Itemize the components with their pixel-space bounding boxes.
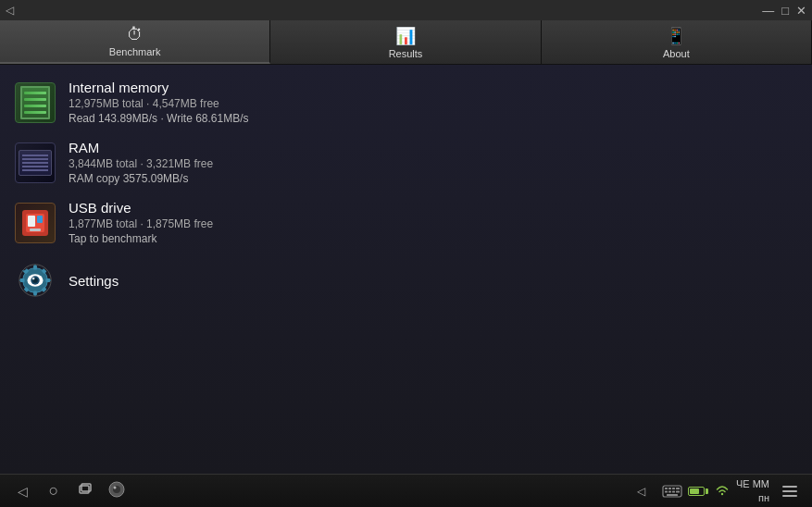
svg-rect-4 (30, 229, 41, 231)
taskbar-right: ◁ (627, 476, 805, 506)
taskbar-recent-button[interactable] (70, 476, 100, 506)
svg-point-18 (32, 278, 35, 280)
app-icon (108, 481, 125, 501)
svg-rect-30 (668, 490, 671, 492)
list-item-settings[interactable]: Settings (0, 253, 812, 308)
about-tab-label: About (663, 48, 690, 59)
taskbar-time-line1: ЧЕ ММ (736, 477, 769, 490)
title-bar-left: ◁ (6, 4, 14, 17)
benchmark-tab-label: Benchmark (109, 46, 161, 57)
internal-memory-title: Internal memory (69, 80, 249, 95)
restore-button[interactable]: □ (781, 5, 789, 17)
svg-rect-35 (782, 486, 797, 488)
volume-down-button[interactable]: ◁ (627, 476, 656, 506)
svg-rect-9 (20, 278, 25, 282)
list-item-ram[interactable]: RAM 3,844MB total · 3,321MB free RAM cop… (0, 132, 812, 192)
svg-rect-25 (665, 488, 668, 489)
svg-rect-36 (782, 490, 797, 492)
svg-rect-26 (668, 488, 671, 489)
svg-rect-2 (28, 216, 35, 227)
svg-point-23 (114, 486, 117, 488)
settings-text: Settings (69, 273, 119, 289)
title-bar-controls: — □ ✕ (762, 5, 806, 17)
list-item-internal-memory[interactable]: Internal memory 12,975MB total · 4,547MB… (0, 72, 812, 132)
tab-results[interactable]: 📊 Results (270, 20, 541, 64)
usb-drive-detail: Tap to benchmark (69, 232, 213, 245)
ram-icon (15, 142, 56, 183)
settings-icon (15, 260, 56, 301)
svg-rect-10 (45, 278, 50, 282)
about-tab-icon: 📱 (666, 26, 686, 46)
wifi-icon (714, 483, 731, 500)
title-bar: ◁ — □ ✕ (0, 0, 812, 20)
ram-detail: RAM copy 3575.09MB/s (69, 172, 213, 185)
usb-drive-title: USB drive (69, 200, 213, 216)
taskbar-time: ЧЕ ММ пн (736, 477, 769, 504)
taskbar: ◁ ○ ◁ (0, 474, 812, 507)
svg-rect-28 (676, 488, 680, 489)
usb-drive-subtitle: 1,877MB total · 1,875MB free (69, 217, 213, 230)
svg-rect-27 (672, 488, 675, 489)
svg-rect-31 (672, 490, 675, 492)
volume-down-icon: ◁ (637, 485, 645, 498)
svg-rect-33 (667, 494, 678, 496)
taskbar-app-icon[interactable] (102, 476, 131, 506)
minimize-button[interactable]: — (762, 5, 774, 17)
internal-memory-text: Internal memory 12,975MB total · 4,547MB… (69, 80, 249, 125)
usb-drive-text: USB drive 1,877MB total · 1,875MB free T… (69, 200, 213, 245)
svg-rect-3 (37, 216, 43, 223)
benchmark-tab-icon: ⏱ (127, 25, 144, 44)
taskbar-home-button[interactable]: ○ (39, 476, 69, 506)
tab-benchmark[interactable]: ⏱ Benchmark (0, 20, 270, 64)
main-content: Internal memory 12,975MB total · 4,547MB… (0, 65, 812, 474)
list-item-usb-drive[interactable]: USB drive 1,877MB total · 1,875MB free T… (0, 192, 812, 253)
internal-memory-detail: Read 143.89MB/s · Write 68.61MB/s (69, 112, 249, 125)
results-tab-icon: 📊 (395, 26, 416, 46)
home-icon: ○ (49, 481, 59, 501)
back-icon: ◁ (18, 484, 28, 499)
settings-title: Settings (69, 273, 119, 289)
internal-memory-icon (15, 82, 56, 123)
usb-icon-inner (16, 204, 55, 242)
taskbar-back-button[interactable]: ◁ (7, 476, 37, 506)
tab-bar: ⏱ Benchmark 📊 Results 📱 About (0, 20, 812, 65)
svg-rect-29 (665, 490, 668, 492)
keyboard-indicator (662, 485, 682, 498)
svg-rect-8 (33, 291, 37, 295)
battery-indicator (688, 487, 708, 496)
recent-icon (78, 482, 93, 501)
results-tab-label: Results (389, 48, 423, 59)
svg-rect-37 (782, 495, 797, 497)
back-arrow-icon[interactable]: ◁ (6, 4, 14, 17)
tab-about[interactable]: 📱 About (542, 20, 812, 64)
svg-rect-7 (33, 266, 37, 270)
ram-subtitle: 3,844MB total · 3,321MB free (69, 157, 213, 170)
taskbar-time-line2: пн (736, 491, 769, 504)
usb-drive-icon (15, 203, 56, 243)
svg-rect-32 (676, 490, 680, 492)
ram-text: RAM 3,844MB total · 3,321MB free RAM cop… (69, 140, 213, 185)
ram-title: RAM (69, 140, 213, 155)
svg-point-34 (721, 492, 723, 494)
close-button[interactable]: ✕ (796, 5, 806, 17)
internal-memory-subtitle: 12,975MB total · 4,547MB free (69, 97, 249, 110)
taskbar-menu-button[interactable] (775, 476, 805, 506)
